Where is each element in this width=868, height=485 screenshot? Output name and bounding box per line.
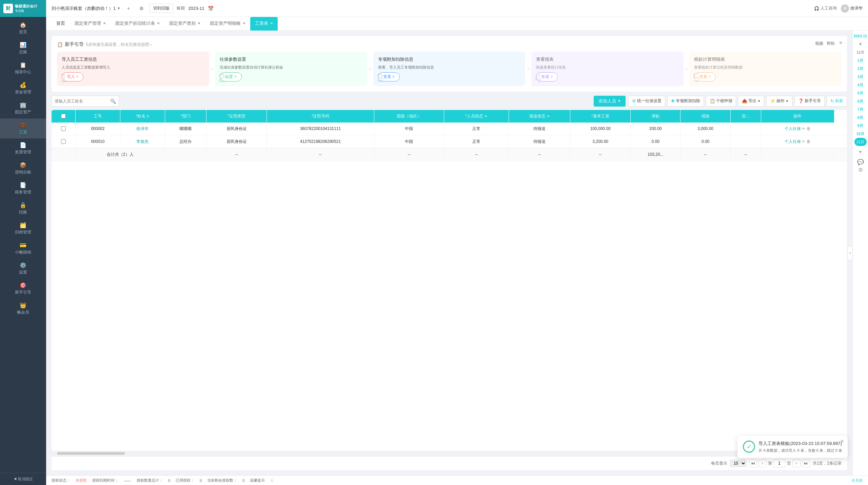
sidebar-label-close: 结账: [19, 209, 27, 215]
ai-consult-button[interactable]: 🎧 人工咨询: [814, 5, 837, 11]
cancel-pin-button[interactable]: ◀ 取消固定: [0, 473, 46, 485]
sidebar-item-funds[interactable]: 💰资金管理: [0, 78, 46, 98]
select-all-checkbox[interactable]: [61, 114, 66, 118]
tab-home[interactable]: 首页: [52, 17, 70, 31]
first-page-button[interactable]: ⏮: [749, 459, 757, 467]
tab-close-salary[interactable]: ✕: [270, 21, 273, 25]
month-item-11月[interactable]: 11月: [854, 138, 867, 146]
last-page-button[interactable]: ⏭: [802, 459, 810, 467]
tax-label: 个税申报: [716, 98, 732, 104]
toolbar-export-button[interactable]: 📤导出▼: [738, 96, 764, 107]
cell-actions-1[interactable]: 个人社保 ✏ 🗑: [761, 135, 834, 148]
guide-help-link[interactable]: 帮助: [827, 41, 835, 46]
search-input[interactable]: [55, 99, 109, 104]
sidebar-item-expense[interactable]: 💳小畅报销: [0, 239, 46, 259]
month-item-10月[interactable]: 10月: [854, 130, 867, 138]
user-menu[interactable]: 徐 徐泽华: [841, 4, 863, 13]
toolbar-guide2-button[interactable]: ❓新手引导: [794, 96, 825, 107]
guide-close-button[interactable]: ✕: [839, 40, 843, 45]
month-item-6月[interactable]: 6月: [854, 97, 867, 105]
tab-close-category[interactable]: ✕: [198, 21, 200, 25]
action-delete-1[interactable]: 🗑: [807, 139, 811, 144]
col-header-name[interactable]: *姓名 ⇅: [120, 110, 165, 123]
right-panel: » 2023.11 ▲ 12月1月2月3月4月5月6月7月8月9月10月11月 …: [852, 31, 868, 475]
toolbar-deduct-button[interactable]: ✚专项附加扣除: [667, 96, 704, 107]
month-item-4月[interactable]: 4月: [854, 81, 867, 89]
toolbar-operate-button[interactable]: ⚡操作▼: [766, 96, 792, 107]
year-down-button[interactable]: ▼: [856, 149, 865, 155]
action-social-0[interactable]: 个人社保: [785, 126, 801, 131]
sidebar-item-archive[interactable]: 🗂️归档管理: [0, 219, 46, 239]
help-icon[interactable]: ⚙: [858, 167, 863, 173]
sidebar-item-invoices[interactable]: 📄发票管理: [0, 138, 46, 158]
month-item-7月[interactable]: 7月: [854, 105, 867, 113]
cell-dept-1: 总经办: [165, 135, 206, 148]
page-number-input[interactable]: [773, 459, 786, 467]
next-page-button[interactable]: ›: [792, 459, 801, 467]
action-delete-0[interactable]: 🗑: [807, 126, 811, 131]
sidebar-item-ledger[interactable]: 📊总账: [0, 38, 46, 58]
month-item-5月[interactable]: 5月: [854, 89, 867, 97]
action-edit-0[interactable]: ✏: [802, 126, 805, 131]
sidebar-item-sales[interactable]: 📦进销台账: [0, 158, 46, 179]
tab-category[interactable]: 固定资产类别✕: [164, 17, 205, 31]
col-header-status[interactable]: *人员状态 ▼: [444, 110, 509, 123]
scrollbar-thumb[interactable]: [57, 452, 125, 455]
month-item-8月[interactable]: 8月: [854, 113, 867, 122]
filter-icon-report_status[interactable]: ▼: [547, 114, 550, 118]
expire-label: 授权到期时间：: [92, 478, 118, 483]
filter-icon-status[interactable]: ▼: [484, 114, 488, 118]
toolbar-tax-button[interactable]: 📋个税申报: [706, 96, 736, 107]
tab-close-detail[interactable]: ✕: [243, 21, 245, 25]
sidebar-item-salary[interactable]: 💼工资: [0, 118, 46, 138]
month-item-2月[interactable]: 2月: [854, 64, 867, 73]
tab-depreciation[interactable]: 固定资产折旧统计表✕: [111, 17, 164, 31]
recharge-link[interactable]: 去充值: [851, 478, 863, 483]
horizontal-scrollbar[interactable]: [57, 452, 842, 455]
col-header-report_status[interactable]: 报送状态 ▼: [509, 110, 570, 123]
cell-actions-0[interactable]: 个人社保 ✏ 🗑: [761, 123, 834, 135]
account-selector[interactable]: 刘小艳演示账套（勿删勿动！）1 ▼: [52, 5, 120, 12]
cell-name-0[interactable]: 徐泽华: [120, 123, 165, 135]
month-item-3月[interactable]: 3月: [854, 73, 867, 81]
tab-close-depreciation[interactable]: ✕: [157, 21, 160, 25]
add-account-button[interactable]: ＋: [124, 4, 133, 13]
calendar-icon[interactable]: 📅: [208, 6, 214, 11]
prev-page-button[interactable]: ‹: [758, 459, 767, 467]
toolbar-refresh-button[interactable]: ↻刷新: [827, 96, 847, 107]
month-item-9月[interactable]: 9月: [854, 122, 867, 130]
year-up-button[interactable]: ▲: [856, 40, 865, 47]
sidebar-item-home[interactable]: 🏠首页: [0, 18, 46, 38]
per-page-select[interactable]: 10 20 50: [730, 460, 746, 467]
sidebar-item-close[interactable]: 🔒结账: [0, 199, 46, 219]
guide-video-link[interactable]: 视频: [815, 41, 823, 46]
panel-toggle-button[interactable]: »: [848, 246, 852, 260]
warning-label: 温馨提示: [250, 478, 265, 483]
toolbar-social-button[interactable]: ⚙统一社保设置: [628, 96, 665, 107]
tab-detail[interactable]: 固定资产明细账✕: [205, 17, 250, 31]
cell-report_status-0: 待报送: [509, 123, 570, 135]
toast-close-button[interactable]: ✕: [840, 439, 844, 444]
add-employee-button[interactable]: 添加人员 ▼: [594, 96, 626, 107]
cell-status-0: 正常: [444, 123, 509, 135]
cell-name-1[interactable]: 李俊杰: [120, 135, 165, 148]
row-checkbox-0[interactable]: [61, 126, 66, 131]
tab-assets[interactable]: 固定资产管理✕: [70, 17, 111, 31]
month-item-1月[interactable]: 1月: [854, 56, 867, 64]
sidebar-item-guide[interactable]: 🎯新手引导: [0, 279, 46, 299]
sidebar-item-assets[interactable]: 🏢固定资产: [0, 98, 46, 118]
month-item-12月[interactable]: 12月: [854, 48, 867, 56]
sidebar-item-member[interactable]: 👑畅会员: [0, 299, 46, 319]
export-icon: 📤: [742, 98, 747, 104]
sidebar-item-settings[interactable]: ⚙️设置: [0, 259, 46, 279]
sidebar-item-tax[interactable]: 📑税务管理: [0, 179, 46, 199]
settings-button[interactable]: ⚙: [137, 4, 146, 13]
tab-salary[interactable]: 工资表✕: [250, 17, 278, 31]
action-edit-1[interactable]: ✏: [802, 139, 805, 144]
row-checkbox-1[interactable]: [61, 139, 66, 144]
tab-close-assets[interactable]: ✕: [103, 21, 106, 25]
sidebar-item-reports[interactable]: 📋报表中心: [0, 58, 46, 78]
switch-version-button[interactable]: 切到旧版: [150, 4, 173, 13]
action-social-1[interactable]: 个人社保: [785, 139, 801, 144]
feedback-icon[interactable]: 💬: [857, 159, 864, 165]
